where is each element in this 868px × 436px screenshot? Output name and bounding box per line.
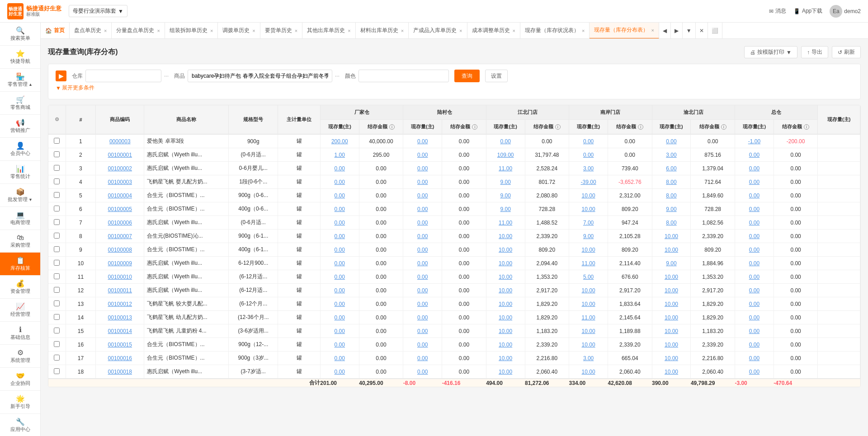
- info-icon-6[interactable]: i: [804, 124, 809, 130]
- settings-btn[interactable]: 设置: [485, 70, 508, 82]
- row-unit: 罐: [278, 148, 321, 162]
- sidebar-item-shortcut[interactable]: ⭐ 快捷导航: [0, 46, 40, 69]
- tab-close-material-out[interactable]: ×: [401, 28, 404, 33]
- tab-other-out[interactable]: 其他出库单历史 ×: [302, 23, 355, 39]
- tab-close-inventory-single[interactable]: ×: [104, 28, 107, 33]
- sidebar-item-member[interactable]: 👤 会员中心: [0, 138, 40, 161]
- row-extra: [818, 175, 860, 189]
- sidebar-item-system[interactable]: ⚙ 系统管理: [0, 345, 40, 368]
- info-icon-3[interactable]: i: [555, 124, 561, 130]
- goods-dots-btn[interactable]: ···: [335, 73, 340, 79]
- expand-btn[interactable]: ▼ 展开更多条件: [56, 84, 853, 92]
- row-checkbox[interactable]: [48, 243, 66, 257]
- tab-close-assembly[interactable]: ×: [210, 28, 213, 33]
- sidebar-item-purchase[interactable]: 🛍 采购管理: [0, 230, 40, 253]
- tabs-prev-btn[interactable]: ◀: [659, 23, 671, 39]
- row-yb-amt: 2,060.40: [691, 365, 735, 379]
- sidebar-item-finance[interactable]: 💰 资金管理: [0, 276, 40, 299]
- tab-transfer[interactable]: 调拨单历史 ×: [218, 23, 260, 39]
- info-icon-2[interactable]: i: [472, 124, 477, 130]
- color-input[interactable]: [359, 70, 449, 82]
- tab-inventory-split[interactable]: 分量盘点单历史 ×: [112, 23, 165, 39]
- row-checkbox[interactable]: [48, 311, 66, 324]
- row-checkbox[interactable]: [48, 284, 66, 297]
- row-checkbox[interactable]: [48, 257, 66, 270]
- row-checkbox[interactable]: [48, 297, 66, 311]
- row-checkbox[interactable]: [48, 230, 66, 243]
- tabs-menu-btn[interactable]: ▼: [683, 23, 696, 39]
- tab-requisition[interactable]: 要货单历史 ×: [260, 23, 302, 39]
- tabs-close-all-btn[interactable]: ✕: [696, 23, 708, 39]
- tab-inventory-single[interactable]: 盘点单历史 ×: [70, 23, 112, 39]
- tab-close-cost-adjust[interactable]: ×: [513, 28, 515, 33]
- row-checkbox[interactable]: [48, 148, 66, 162]
- th-factory-store: 厂家仓: [320, 105, 403, 120]
- sidebar-item-retail-store[interactable]: 🛒 零售商城: [0, 92, 40, 115]
- row-checkbox[interactable]: [48, 352, 66, 365]
- tab-stock-dist[interactable]: 现存量（库存分布表） ×: [590, 23, 659, 39]
- warehouse-input[interactable]: [85, 70, 161, 82]
- row-checkbox[interactable]: [48, 162, 66, 175]
- info-icon-1[interactable]: i: [389, 124, 395, 130]
- tab-close-stock-dist[interactable]: ×: [651, 28, 654, 33]
- sidebar-item-marketing[interactable]: 📢 营销推广: [0, 115, 40, 138]
- collapse-btn[interactable]: ▶: [56, 70, 66, 81]
- goods-input[interactable]: [188, 70, 332, 82]
- sidebar-item-retail-mgmt[interactable]: 🏪 零售管理 ▲: [0, 69, 40, 92]
- sidebar-item-ecommerce[interactable]: 💻 电商管理: [0, 207, 40, 230]
- tab-cost-adjust[interactable]: 成本调整单历史 ×: [467, 23, 520, 39]
- info-icon-4[interactable]: i: [638, 124, 643, 130]
- sidebar-item-basic[interactable]: ℹ 基础信息: [0, 322, 40, 345]
- sidebar-item-inventory[interactable]: 📋 库存核算: [0, 253, 40, 276]
- refresh-btn[interactable]: ↺ 刷新: [832, 46, 861, 58]
- message-btn[interactable]: ✉ 消息: [769, 7, 786, 15]
- th-code: 商品编码: [96, 105, 144, 134]
- row-checkbox[interactable]: [48, 216, 66, 230]
- user-profile[interactable]: Ea demo2: [830, 5, 861, 18]
- row-checkbox[interactable]: [48, 202, 66, 216]
- tab-stock-status[interactable]: 现存量（库存状况表） ×: [520, 23, 590, 39]
- tab-close-inventory-split[interactable]: ×: [157, 28, 160, 33]
- tab-assembly[interactable]: 组装拆卸单历史 ×: [165, 23, 218, 39]
- print-btn[interactable]: 🖨 按模版打印 ▼: [744, 46, 797, 58]
- row-unit: 罐: [278, 230, 321, 243]
- tab-close-transfer[interactable]: ×: [252, 28, 255, 33]
- tab-close-requisition[interactable]: ×: [295, 28, 297, 33]
- sidebar-item-app-center[interactable]: 🔧 应用中心: [0, 414, 40, 436]
- info-icon-5[interactable]: i: [721, 124, 726, 130]
- tab-home[interactable]: 🏠 首页: [41, 23, 70, 39]
- row-unit: 罐: [278, 202, 321, 216]
- row-code: 00100001: [96, 148, 144, 162]
- row-jb-qty: 10.00: [486, 324, 525, 338]
- row-fac-amt: 0.00: [359, 297, 403, 311]
- tab-material-out[interactable]: 材料出库单历史 ×: [356, 23, 409, 39]
- query-btn[interactable]: 查询: [454, 70, 480, 82]
- row-checkbox[interactable]: [48, 175, 66, 189]
- tab-close-other-out[interactable]: ×: [348, 28, 350, 33]
- row-spec: 400g（0-6...: [229, 202, 278, 216]
- row-checkbox[interactable]: [48, 365, 66, 379]
- warehouse-dots-btn[interactable]: ···: [164, 73, 169, 79]
- row-checkbox[interactable]: [48, 189, 66, 202]
- tab-close-stock-status[interactable]: ×: [582, 28, 585, 33]
- sidebar-item-search[interactable]: 🔍 搜索英单: [0, 23, 40, 46]
- row-checkbox[interactable]: [48, 338, 66, 352]
- tab-close-production-in[interactable]: ×: [459, 28, 462, 33]
- sidebar-item-operations[interactable]: 📈 经营管理: [0, 299, 40, 322]
- gear-icon[interactable]: ⚙: [53, 116, 61, 123]
- row-checkbox[interactable]: [48, 134, 66, 148]
- tab-production-in[interactable]: 产成品入库单历史 ×: [409, 23, 467, 39]
- industry-selector[interactable]: 母婴行业演示陈套 ▼: [69, 5, 127, 17]
- tabs-maximize-btn[interactable]: ⬜: [708, 23, 722, 39]
- sidebar-item-retail-stats[interactable]: 📊 零售统计: [0, 161, 40, 184]
- row-checkbox[interactable]: [48, 324, 66, 338]
- row-jb-amt: 728.28: [525, 202, 569, 216]
- sidebar-item-guide[interactable]: 🌟 新手引导: [0, 391, 40, 414]
- tabs-next-btn[interactable]: ▶: [671, 23, 683, 39]
- row-checkbox[interactable]: [48, 270, 66, 284]
- sidebar-item-wholesale[interactable]: 📦 批发管理 ▼: [0, 184, 40, 207]
- export-btn[interactable]: ↑ 导出: [801, 46, 828, 58]
- row-sl-qty: 0.00: [403, 134, 442, 148]
- sidebar-item-enterprise[interactable]: 🤝 企业协同: [0, 368, 40, 391]
- app-download-btn[interactable]: 📱 App下载: [793, 7, 822, 15]
